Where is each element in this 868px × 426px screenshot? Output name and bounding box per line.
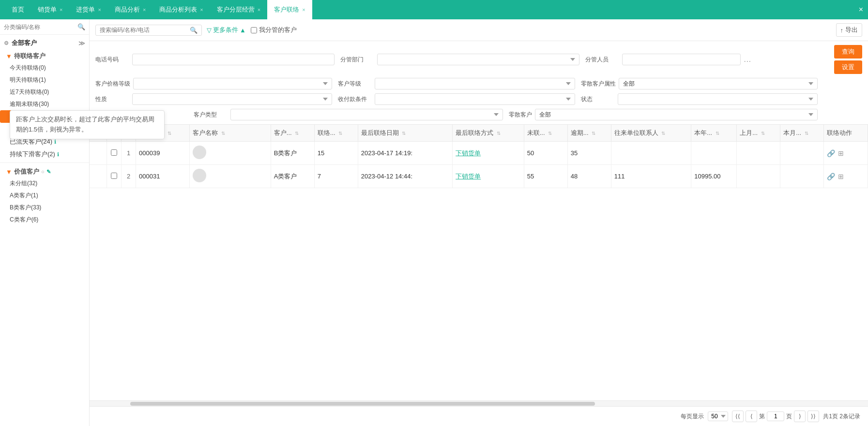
my-customers-check[interactable]	[251, 27, 257, 33]
nav-item-sales[interactable]: 销货单 ×	[31, 0, 69, 19]
sort-uncontacted-icon[interactable]: ⇅	[548, 131, 552, 136]
row1-num: 1	[122, 142, 136, 165]
customer-grade-select[interactable]	[375, 78, 575, 89]
nav-item-customer-tier[interactable]: 客户分层经营 ×	[210, 0, 267, 19]
more-conditions-btn[interactable]: ▽ 更多条件 ▲	[207, 26, 246, 34]
value-sort-icon[interactable]: ○	[41, 169, 45, 175]
row2-link-icon[interactable]: 🔗	[827, 173, 835, 180]
sort-contact-icon[interactable]: ⇅	[338, 131, 342, 136]
filter-status: 状态	[581, 93, 818, 105]
sidebar-item-c-class[interactable]: C类客户(6)	[0, 214, 89, 226]
row2-this-month	[780, 165, 824, 188]
row1-check[interactable]	[111, 149, 117, 156]
filter-nature: 性质	[95, 93, 332, 105]
table-row: 1 000039 B类客户 15	[90, 142, 868, 165]
sidebar-item-overdue[interactable]: 逾期未联络(30)	[0, 98, 89, 110]
nav-item-customer-contact[interactable]: 客户联络 ×	[267, 0, 312, 19]
value-edit-icon[interactable]: ✎	[46, 169, 51, 175]
row2-type: A类客户	[271, 165, 314, 188]
search-input[interactable]	[100, 27, 190, 33]
row1-link-icon[interactable]: 🔗	[827, 149, 835, 157]
sidebar-item-b-class[interactable]: B类客户(33)	[0, 202, 89, 214]
scrollbar-thumb[interactable]	[130, 402, 595, 406]
th-this-month: 本月... ⇅	[780, 125, 824, 142]
filter-row-3: 性质 收付款条件 状态	[95, 93, 862, 105]
row2-checkbox	[107, 165, 122, 188]
row2-last-date: 2023-04-12 14:44:	[358, 165, 452, 188]
sort-overdue-icon[interactable]: ⇅	[592, 131, 595, 136]
search-icon[interactable]: 🔍	[190, 27, 198, 34]
sort-this-month-icon[interactable]: ⇅	[805, 131, 808, 136]
payment-select[interactable]	[375, 93, 575, 105]
sort-date-icon[interactable]: ⇅	[402, 131, 406, 136]
first-page-btn[interactable]: ⟨⟨	[732, 411, 744, 422]
sidebar-item-ungroup[interactable]: 未分组(32)	[0, 177, 89, 190]
manager-more-icon[interactable]: …	[744, 55, 751, 64]
scattered-attr-select[interactable]: 全部	[619, 78, 818, 89]
close-purchase-tab[interactable]: ×	[98, 7, 101, 13]
sort-last-month-icon[interactable]: ⇅	[761, 131, 765, 136]
price-grade-select[interactable]	[133, 78, 332, 89]
sort-year-icon[interactable]: ⇅	[716, 131, 719, 136]
close-analysis-tab[interactable]: ×	[143, 7, 146, 13]
prev-page-btn[interactable]: ⟨	[746, 411, 757, 422]
row2-grid-icon[interactable]: ⊞	[838, 173, 844, 180]
toolbar: 🔍 ▽ 更多条件 ▲ 我分管的客户 ↑ 导出	[90, 19, 868, 41]
collapse-sidebar-icon[interactable]: ≫	[78, 40, 85, 47]
group-label-value: ▼ 价值客户 ○ ✎	[0, 165, 89, 177]
page-input[interactable]	[767, 411, 784, 421]
sidebar-item-a-class[interactable]: A类客户(1)	[0, 190, 89, 202]
manager-input[interactable]	[622, 54, 741, 65]
sidebar-item-tomorrow[interactable]: 明天待联络(1)	[0, 74, 89, 86]
dept-select[interactable]	[377, 54, 579, 65]
scattered-customer-select[interactable]: 全部	[535, 109, 818, 120]
th-last-method: 最后联络方式 ⇅	[453, 125, 524, 142]
row1-name	[190, 142, 271, 165]
close-analysis-list-tab[interactable]: ×	[200, 7, 203, 13]
customer-type-select[interactable]	[230, 109, 503, 120]
nav-item-analysis[interactable]: 商品分析 ×	[108, 0, 152, 19]
nav-item-analysis-list[interactable]: 商品分析列表 ×	[152, 0, 210, 19]
row1-avatar	[193, 146, 206, 159]
filter-row-2: 客户价格等级 客户等级 零散客户属性 全部	[95, 78, 862, 89]
status-select[interactable]	[618, 93, 818, 105]
search-box: 🔍	[95, 25, 202, 36]
sidebar-search-icon[interactable]: 🔍	[77, 23, 85, 30]
nature-select[interactable]	[132, 93, 332, 105]
settings-button[interactable]: 设置	[834, 60, 862, 74]
row1-actions: 🔗 ⊞	[824, 142, 868, 165]
row2-code: 000031	[136, 165, 190, 188]
sidebar-item-declining[interactable]: 持续下滑客户(2) ℹ	[0, 148, 89, 161]
export-icon: ↑	[840, 27, 844, 34]
horizontal-scrollbar[interactable]	[90, 400, 868, 406]
last-page-btn[interactable]: ⟩⟩	[807, 411, 819, 422]
close-all-tabs[interactable]: ×	[859, 5, 863, 14]
sort-method-icon[interactable]: ⇅	[497, 131, 501, 136]
row2-check[interactable]	[111, 173, 117, 179]
sort-type-icon[interactable]: ⇅	[295, 131, 299, 136]
sort-code-icon[interactable]: ⇅	[168, 131, 171, 136]
row2-action-icons: 🔗 ⊞	[827, 173, 865, 180]
query-button[interactable]: 查询	[834, 45, 862, 59]
row1-contact-count: 15	[314, 142, 358, 165]
sort-company-icon[interactable]: ⇅	[661, 131, 665, 136]
close-contact-tab[interactable]: ×	[302, 7, 305, 13]
sidebar-item-today[interactable]: 今天待联络(0)	[0, 62, 89, 74]
pagination-nav: ⟨⟨ ⟨ 第 页 ⟩ ⟩⟩	[732, 411, 819, 422]
phone-input[interactable]	[132, 54, 335, 65]
row1-grid-icon[interactable]: ⊞	[838, 149, 844, 157]
next-page-btn[interactable]: ⟩	[794, 411, 806, 422]
sort-name-icon[interactable]: ⇅	[221, 131, 225, 136]
sidebar-search-input[interactable]	[4, 24, 77, 30]
row2-num: 2	[122, 165, 136, 188]
nav-item-home[interactable]: 首页	[5, 0, 31, 19]
sidebar-item-7days[interactable]: 近7天待联络(0)	[0, 86, 89, 98]
filter-row-4: … 客户类型 零散客户 全部	[95, 109, 862, 120]
close-sales-tab[interactable]: ×	[60, 7, 62, 13]
nav-item-purchase[interactable]: 进货单 ×	[69, 0, 107, 19]
per-page-select[interactable]: 50	[708, 411, 728, 421]
sidebar-search-area: 🔍	[0, 19, 89, 35]
close-tier-tab[interactable]: ×	[258, 7, 260, 13]
th-last-month: 上月... ⇅	[737, 125, 780, 142]
export-button[interactable]: ↑ 导出	[836, 23, 863, 37]
